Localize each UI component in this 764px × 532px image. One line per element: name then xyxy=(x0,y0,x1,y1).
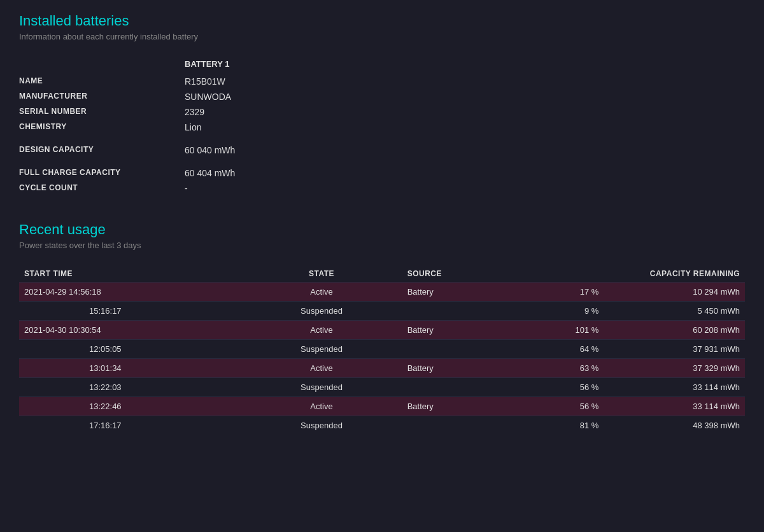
usage-row: 2021-04-30 10:30:54ActiveBattery101 %60 … xyxy=(19,321,745,340)
battery-col-header: BATTERY 1 xyxy=(185,57,745,74)
battery-field-value: 2329 xyxy=(185,104,745,120)
col-start-time: START TIME xyxy=(19,265,241,283)
usage-capacity-mwh: 33 114 mWh xyxy=(604,397,745,416)
usage-row: 17:16:17Suspended81 %48 398 mWh xyxy=(19,416,745,435)
usage-capacity-pct: 64 % xyxy=(523,340,604,359)
battery-field-value: SUNWODA xyxy=(185,89,745,104)
battery-field-row: DESIGN CAPACITY60 040 mWh xyxy=(19,143,745,158)
usage-datetime: 2021-04-29 14:56:18 xyxy=(19,283,241,302)
usage-datetime: 12:05:05 xyxy=(19,340,241,359)
usage-datetime: 2021-04-30 10:30:54 xyxy=(19,321,241,340)
usage-datetime: 15:16:17 xyxy=(19,302,241,321)
usage-capacity-mwh: 37 329 mWh xyxy=(604,359,745,378)
usage-state: Suspended xyxy=(241,340,402,359)
usage-datetime: 13:01:34 xyxy=(19,359,241,378)
usage-capacity-pct: 101 % xyxy=(523,321,604,340)
battery-field-row: FULL CHARGE CAPACITY60 404 mWh xyxy=(19,165,745,181)
usage-capacity-pct: 56 % xyxy=(523,378,604,397)
battery-field-value: R15B01W xyxy=(185,74,745,89)
battery-field-value: Lion xyxy=(185,120,745,135)
usage-capacity-mwh: 60 208 mWh xyxy=(604,321,745,340)
usage-capacity-pct: 81 % xyxy=(523,416,604,435)
installed-batteries-subtitle: Information about each currently install… xyxy=(19,32,745,41)
usage-capacity-mwh: 10 294 mWh xyxy=(604,283,745,302)
usage-source: Battery xyxy=(402,359,523,378)
battery-field-value: - xyxy=(185,181,745,196)
usage-state: Suspended xyxy=(241,416,402,435)
recent-usage-section: Recent usage Power states over the last … xyxy=(19,221,745,435)
battery-info-table: BATTERY 1 NAMER15B01WMANUFACTURERSUNWODA… xyxy=(19,57,745,196)
usage-row: 2021-04-29 14:56:18ActiveBattery17 %10 2… xyxy=(19,283,745,302)
usage-capacity-pct: 9 % xyxy=(523,302,604,321)
usage-datetime: 13:22:46 xyxy=(19,397,241,416)
usage-source xyxy=(402,378,523,397)
battery-field-value: 60 404 mWh xyxy=(185,165,745,181)
usage-row: 13:22:03Suspended56 %33 114 mWh xyxy=(19,378,745,397)
usage-capacity-mwh: 33 114 mWh xyxy=(604,378,745,397)
battery-field-label: CYCLE COUNT xyxy=(19,181,185,196)
installed-batteries-title: Installed batteries xyxy=(19,13,745,29)
recent-usage-title: Recent usage xyxy=(19,221,745,238)
usage-source xyxy=(402,340,523,359)
usage-capacity-pct: 63 % xyxy=(523,359,604,378)
col-source: SOURCE xyxy=(402,265,523,283)
usage-state: Active xyxy=(241,283,402,302)
usage-state: Suspended xyxy=(241,378,402,397)
recent-usage-subtitle: Power states over the last 3 days xyxy=(19,241,745,250)
usage-capacity-mwh: 37 931 mWh xyxy=(604,340,745,359)
battery-field-label: NAME xyxy=(19,74,185,89)
usage-capacity-pct: 17 % xyxy=(523,283,604,302)
battery-field-label: CHEMISTRY xyxy=(19,120,185,135)
usage-source: Battery xyxy=(402,397,523,416)
usage-source xyxy=(402,302,523,321)
usage-row: 15:16:17Suspended9 %5 450 mWh xyxy=(19,302,745,321)
usage-source xyxy=(402,416,523,435)
usage-state: Active xyxy=(241,321,402,340)
usage-capacity-mwh: 5 450 mWh xyxy=(604,302,745,321)
usage-datetime: 17:16:17 xyxy=(19,416,241,435)
col-state: STATE xyxy=(241,265,402,283)
battery-field-label: MANUFACTURER xyxy=(19,89,185,104)
battery-field-label: DESIGN CAPACITY xyxy=(19,143,185,158)
installed-batteries-section: Installed batteries Information about ea… xyxy=(19,13,745,196)
col-capacity: CAPACITY REMAINING xyxy=(523,265,745,283)
spacer-row xyxy=(19,158,745,165)
usage-row: 13:01:34ActiveBattery63 %37 329 mWh xyxy=(19,359,745,378)
usage-row: 12:05:05Suspended64 %37 931 mWh xyxy=(19,340,745,359)
usage-source: Battery xyxy=(402,283,523,302)
battery-field-value: 60 040 mWh xyxy=(185,143,745,158)
usage-capacity-pct: 56 % xyxy=(523,397,604,416)
usage-row: 13:22:46ActiveBattery56 %33 114 mWh xyxy=(19,397,745,416)
battery-field-row: NAMER15B01W xyxy=(19,74,745,89)
battery-col-label xyxy=(19,57,185,74)
usage-datetime: 13:22:03 xyxy=(19,378,241,397)
battery-field-row: MANUFACTURERSUNWODA xyxy=(19,89,745,104)
battery-field-row: CYCLE COUNT- xyxy=(19,181,745,196)
usage-state: Active xyxy=(241,359,402,378)
battery-field-label: FULL CHARGE CAPACITY xyxy=(19,165,185,181)
battery-field-row: SERIAL NUMBER2329 xyxy=(19,104,745,120)
usage-table: START TIME STATE SOURCE CAPACITY REMAINI… xyxy=(19,265,745,435)
battery-field-label: SERIAL NUMBER xyxy=(19,104,185,120)
usage-state: Active xyxy=(241,397,402,416)
usage-capacity-mwh: 48 398 mWh xyxy=(604,416,745,435)
battery-field-row: CHEMISTRYLion xyxy=(19,120,745,135)
usage-source: Battery xyxy=(402,321,523,340)
spacer-row xyxy=(19,135,745,143)
usage-state: Suspended xyxy=(241,302,402,321)
